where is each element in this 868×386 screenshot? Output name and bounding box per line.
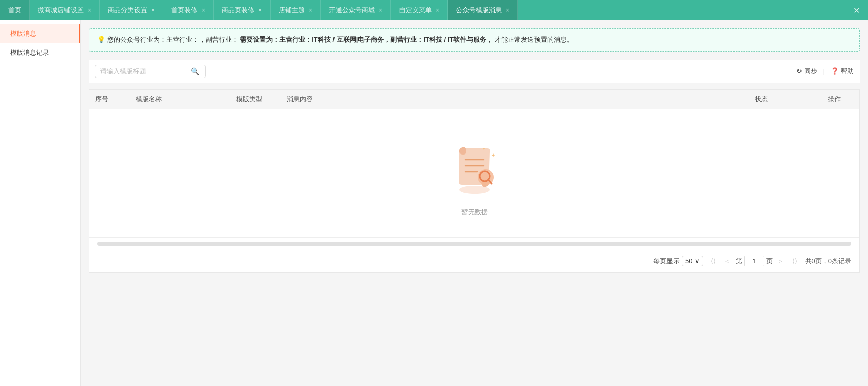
tab-custom-menu[interactable]: 自定义菜单 × [391,0,448,20]
per-page-label: 每页显示 [653,257,680,266]
main-layout: 模版消息 模版消息记录 💡 您的公众号行业为：主营行业：，副营行业： 需要设置为… [0,20,868,386]
total-info: 共0页，0条记录 [805,257,851,266]
empty-text: 暂无数据 [461,208,488,217]
th-content: 消息内容 [281,90,749,109]
toolbar-divider: | [823,67,825,75]
help-button[interactable]: ❓ 帮助 [831,67,854,76]
content-area: 💡 您的公众号行业为：主营行业：，副营行业： 需要设置为：主营行业：IT科技 /… [81,20,868,386]
th-seq: 序号 [89,90,129,109]
tab-template-msg[interactable]: 公众号模版消息 × [448,0,518,20]
search-bar: 🔍 ↻ 同步 | ❓ 帮助 [89,60,860,83]
close-home-decor-icon[interactable]: × [202,7,205,13]
toolbar-right: ↻ 同步 | ❓ 帮助 [796,67,854,76]
per-page-select: 每页显示 50 ∨ [653,256,703,266]
tab-bar: 首页 微商城店铺设置 × 商品分类设置 × 首页装修 × 商品页装修 × 店铺主… [0,0,868,20]
h-scrollbar[interactable] [97,242,851,246]
tab-home[interactable]: 首页 [0,0,30,20]
last-page-button[interactable]: ⟩⟩ [789,255,801,267]
sidebar-item-template-log[interactable]: 模版消息记录 [0,43,80,62]
scroll-bar-area [89,237,859,250]
page-nav: ⟨⟨ ＜ 第 页 ＞ ⟩⟩ [707,255,801,267]
tab-open-mall-label: 开通公众号商城 [329,6,375,15]
close-custom-menu-icon[interactable]: × [436,7,439,13]
notice-icon: 💡 [97,36,105,43]
per-page-dropdown[interactable]: 50 ∨ [682,256,703,266]
table-header: 序号 模版名称 模版类型 消息内容 状态 操作 [89,90,859,109]
tab-product-page[interactable]: 商品页装修 × [214,0,271,20]
svg-point-0 [459,186,490,194]
tab-bar-close-button[interactable]: ✕ [845,6,868,15]
notice-box: 💡 您的公众号行业为：主营行业：，副营行业： 需要设置为：主营行业：IT科技 /… [89,28,860,52]
tab-template-msg-label: 公众号模版消息 [456,6,502,15]
page-label-ye: 页 [766,257,773,266]
table-container: 序号 模版名称 模版类型 消息内容 状态 操作 [89,89,860,273]
search-input[interactable] [100,67,191,75]
page-number-input[interactable] [744,256,764,266]
notice-text-suffix: 才能正常发送预置的消息。 [495,36,573,43]
tab-wechat-shop-label: 微商城店铺设置 [38,6,84,15]
close-template-msg-icon[interactable]: × [506,7,509,13]
th-type: 模版类型 [230,90,281,109]
tab-shop-theme-label: 店铺主题 [279,6,305,15]
notice-text-prefix: 您的公众号行业为：主营行业：，副营行业： [107,36,238,43]
tab-wechat-shop[interactable]: 微商城店铺设置 × [30,0,100,20]
sidebar-item-template-msg-label: 模版消息 [10,30,36,37]
page-label-di: 第 [736,257,742,266]
sync-icon: ↻ [796,67,802,75]
notice-text-highlight: 需要设置为：主营行业：IT科技 / 互联网|电子商务，副营行业：IT科技 / I… [240,36,493,43]
page-input-wrap [744,256,764,266]
sidebar-item-template-msg[interactable]: 模版消息 [0,24,80,43]
svg-text:✦: ✦ [491,152,495,158]
tab-home-decor-label: 首页装修 [171,6,197,15]
tab-home-label: 首页 [8,6,21,15]
help-icon: ❓ [831,67,839,75]
close-wechat-shop-icon[interactable]: × [88,7,91,13]
sidebar-item-template-log-label: 模版消息记录 [10,49,49,56]
tab-home-decor[interactable]: 首页装修 × [163,0,214,20]
search-icon[interactable]: 🔍 [191,67,199,75]
tab-product-category-label: 商品分类设置 [108,6,147,15]
pagination: 每页显示 50 ∨ ⟨⟨ ＜ 第 页 ＞ ⟩⟩ [89,250,859,272]
sync-label: 同步 [804,67,817,76]
per-page-value: 50 [685,257,692,265]
prev-page-button[interactable]: ＜ [721,255,733,267]
first-page-button[interactable]: ⟨⟨ [707,255,719,267]
close-product-page-icon[interactable]: × [258,7,262,13]
tab-open-mall[interactable]: 开通公众号商城 × [321,0,391,20]
close-shop-theme-icon[interactable]: × [309,7,312,13]
close-product-category-icon[interactable]: × [151,7,155,13]
th-status: 状态 [749,90,809,109]
tab-product-page-label: 商品页装修 [222,6,254,15]
next-page-button[interactable]: ＞ [775,255,787,267]
tab-product-category[interactable]: 商品分类设置 × [100,0,163,20]
search-input-wrap[interactable]: 🔍 [95,65,206,78]
tab-custom-menu-label: 自定义菜单 [399,6,432,15]
th-action: 操作 [809,90,859,109]
th-name: 模版名称 [129,90,230,109]
help-label: 帮助 [841,67,854,76]
chevron-down-icon: ∨ [695,257,700,265]
tab-shop-theme[interactable]: 店铺主题 × [271,0,321,20]
svg-text:✦: ✦ [482,147,486,151]
sync-button[interactable]: ↻ 同步 [796,67,817,76]
empty-state: ✦ ✦ 暂无数据 [89,109,859,237]
sidebar: 模版消息 模版消息记录 [0,20,81,386]
close-open-mall-icon[interactable]: × [379,7,382,13]
empty-icon: ✦ ✦ [444,139,505,200]
